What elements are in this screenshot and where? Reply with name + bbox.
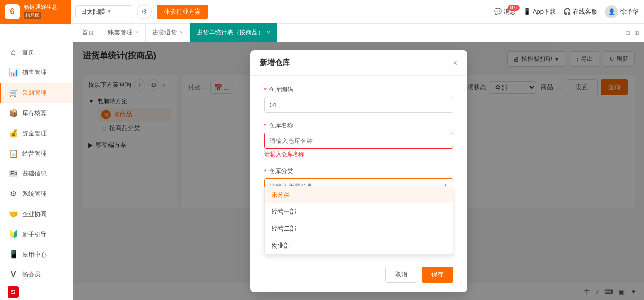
tab-actions: ⊡ ⊞ xyxy=(620,29,644,36)
save-button[interactable]: 保存 xyxy=(422,267,453,283)
dropdown-item-2[interactable]: 经营二部 xyxy=(265,220,453,237)
online-service[interactable]: 🎧 在线客服 xyxy=(563,8,597,16)
sidebar-finance-label: 资金管理 xyxy=(22,129,47,138)
dialog-footer: 取消 保存 xyxy=(250,267,467,283)
tab-purchase-stats-label: 进货单统计表（按商品） xyxy=(197,28,264,37)
service-label: 在线客服 xyxy=(573,8,597,16)
logo-icon: 6 xyxy=(5,4,20,19)
sidebar-inventory-label: 库存核算 xyxy=(22,109,47,117)
tab-purchase-return-close[interactable]: × xyxy=(180,29,183,36)
sidebar-guide-label: 新手引导 xyxy=(22,230,47,239)
sidebar-item-basic-info[interactable]: Ea 基础信息 xyxy=(0,164,73,183)
vip-icon: V xyxy=(9,270,17,279)
tab-purchase-return[interactable]: 进货退货 × xyxy=(146,23,190,42)
guide-icon: 🔰 xyxy=(9,230,17,239)
sidebar-item-home[interactable]: ⌂ 首页 xyxy=(0,42,73,62)
s-logo-icon: S xyxy=(8,286,19,298)
app-download[interactable]: 📱 App下载 xyxy=(523,8,556,16)
sidebar-basic-info-label: 基础信息 xyxy=(22,169,47,178)
sidebar-item-sales[interactable]: 📊 销售管理 xyxy=(0,62,73,83)
sidebar-app-center-label: 应用中心 xyxy=(22,250,47,259)
tab-bar: 首页 账套管理 × 进货退货 × 进货单统计表（按商品） × ⊡ ⊞ xyxy=(0,24,644,42)
sidebar-item-guide[interactable]: 🔰 新手引导 xyxy=(0,224,73,244)
form-row-code: * 仓库编码 xyxy=(264,85,453,113)
required-star: * xyxy=(264,86,267,93)
tab-purchase-stats[interactable]: 进货单统计表（按商品） × xyxy=(190,23,277,42)
app-center-icon: 📱 xyxy=(9,250,17,259)
notification-bell[interactable]: 💬 消息 99+ xyxy=(494,8,516,16)
header-right: 💬 消息 99+ 📱 App下载 🎧 在线客服 👤 徐泽华 xyxy=(494,5,638,18)
enterprise-icon: 🤝 xyxy=(9,209,17,218)
tab-expand-icon[interactable]: ⊞ xyxy=(634,29,639,36)
tab-minimize-icon[interactable]: ⊡ xyxy=(625,29,630,36)
add-warehouse-dialog: 新增仓库 × * 仓库编码 * 仓库名称 xyxy=(250,50,467,292)
dialog-header: 新增仓库 × xyxy=(250,50,467,76)
sidebar-item-app-center[interactable]: 📱 应用中心 xyxy=(0,244,73,265)
tab-purchase-stats-close[interactable]: × xyxy=(267,29,270,36)
main-layout: ⌂ 首页 📊 销售管理 🛒 采购管理 📦 库存核算 💰 资金管理 📋 经营管理 … xyxy=(0,42,644,300)
tab-account[interactable]: 账套管理 × xyxy=(101,23,146,42)
tab-home-label: 首页 xyxy=(82,28,94,37)
name-label: * 仓库名称 xyxy=(264,121,453,130)
dialog-body: * 仓库编码 * 仓库名称 请输入仓库名称 xyxy=(250,76,467,262)
system-icon: ⚙ xyxy=(9,189,17,198)
tab-purchase-return-label: 进货退货 xyxy=(152,28,177,37)
store-selector[interactable]: 日太阳膜 ▼ xyxy=(75,5,132,18)
dialog-title: 新增仓库 xyxy=(260,58,290,68)
home-icon: ⌂ xyxy=(9,48,17,57)
content-area: 进货单统计(按商品) 🖨 按模板打印 ▼ ↑ 导出 ↻ 刷新 xyxy=(73,42,644,300)
logo-badge: 精易版 xyxy=(24,12,41,19)
sidebar-item-system[interactable]: ⚙ 系统管理 xyxy=(0,183,73,204)
sidebar-item-vip[interactable]: V 畅会员 xyxy=(0,265,73,284)
trial-button[interactable]: 体验行业方案 xyxy=(157,5,208,19)
dropdown-item-0[interactable]: 未分类 xyxy=(265,186,453,203)
notif-badge: 99+ xyxy=(508,5,520,11)
user-name: 徐泽华 xyxy=(620,8,638,16)
store-arrow: ▼ xyxy=(107,9,112,14)
sidebar-item-enterprise[interactable]: 🤝 企业协同 xyxy=(0,204,73,224)
inventory-icon: 📦 xyxy=(9,108,17,117)
required-star3: * xyxy=(264,168,267,175)
avatar: 👤 xyxy=(605,5,618,18)
sales-icon: 📊 xyxy=(9,68,17,77)
name-error-msg: 请输入仓库名称 xyxy=(264,150,453,158)
message-icon: 💬 xyxy=(494,8,502,15)
settings-button[interactable]: ⚙ xyxy=(137,4,152,19)
phone-icon: 📱 xyxy=(523,8,531,15)
store-name: 日太阳膜 xyxy=(81,8,105,16)
sidebar-item-inventory[interactable]: 📦 库存核算 xyxy=(0,103,73,123)
basic-info-icon: Ea xyxy=(9,170,17,177)
app-label: App下载 xyxy=(533,8,556,16)
sidebar-item-operations[interactable]: 📋 经营管理 xyxy=(0,143,73,164)
operations-icon: 📋 xyxy=(9,149,17,158)
sidebar-item-finance[interactable]: 💰 资金管理 xyxy=(0,123,73,143)
category-label: * 仓库分类 xyxy=(264,167,453,175)
bottom-logo: S xyxy=(8,286,19,298)
code-input[interactable] xyxy=(264,97,453,113)
top-header: 6 畅捷通好生意 精易版 日太阳膜 ▼ ⚙ 体验行业方案 💬 消息 99+ 📱 … xyxy=(0,0,644,24)
sidebar-system-label: 系统管理 xyxy=(22,190,47,198)
tab-account-label: 账套管理 xyxy=(108,28,132,37)
code-label: * 仓库编码 xyxy=(264,85,453,94)
name-input[interactable] xyxy=(264,133,453,149)
sidebar-item-purchase[interactable]: 🛒 采购管理 xyxy=(0,83,73,103)
dialog-close-button[interactable]: × xyxy=(453,58,458,68)
dropdown-item-3[interactable]: 物业部 xyxy=(265,237,453,254)
sidebar-vip-label: 畅会员 xyxy=(22,270,41,279)
form-row-category: * 仓库分类 ▲ 未分类 经营一部 经营二部 物业部 xyxy=(264,167,453,194)
logo-area: 6 畅捷通好生意 精易版 xyxy=(0,0,71,24)
cancel-button[interactable]: 取消 xyxy=(385,267,417,283)
purchase-icon: 🛒 xyxy=(9,88,17,97)
form-row-name: * 仓库名称 请输入仓库名称 xyxy=(264,121,453,158)
headset-icon: 🎧 xyxy=(563,8,571,15)
user-info[interactable]: 👤 徐泽华 xyxy=(605,5,638,18)
sidebar-home-label: 首页 xyxy=(22,48,34,57)
dropdown-item-1[interactable]: 经营一部 xyxy=(265,203,453,220)
finance-icon: 💰 xyxy=(9,129,17,138)
sidebar-sales-label: 销售管理 xyxy=(22,68,47,77)
tab-home[interactable]: 首页 xyxy=(75,23,101,42)
sidebar-enterprise-label: 企业协同 xyxy=(22,210,47,218)
tab-account-close[interactable]: × xyxy=(135,29,139,36)
category-dropdown: 未分类 经营一部 经营二部 物业部 xyxy=(264,186,453,255)
required-star2: * xyxy=(264,122,267,129)
